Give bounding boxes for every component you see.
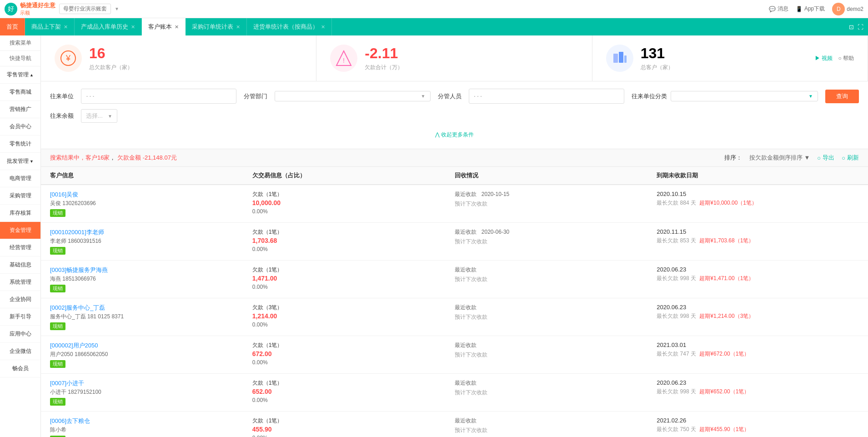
sidebar-item-wholesale-mgmt[interactable]: 批发管理 ▼ (0, 153, 40, 170)
debt-percent-0: 0.00% (252, 208, 455, 215)
help-btn[interactable]: ○ 帮助 (838, 55, 854, 62)
debt-percent-1: 0.00% (252, 246, 455, 252)
collapse-icon: ⋀ (435, 131, 441, 138)
debt-percent-4: 0.00% (252, 359, 455, 366)
sidebar-item-finance[interactable]: 资金管理 (0, 222, 40, 239)
refresh-btn[interactable]: ○ 刷新 (842, 154, 859, 162)
unit-category-input[interactable]: ▼ (671, 91, 818, 101)
user-menu[interactable]: D demo2 (832, 3, 863, 15)
sidebar-item-purchase[interactable]: 采购管理 (0, 187, 40, 205)
tab-home[interactable]: 首页 (0, 18, 25, 35)
sidebar-item-apps[interactable]: 应用中心 (0, 326, 40, 343)
query-button[interactable]: 查询 (825, 90, 859, 103)
customer-name-5[interactable]: [0007]小进干 (50, 379, 252, 387)
sidebar-item-system[interactable]: 系统管理 (0, 274, 40, 291)
export-btn[interactable]: ○ 导出 (817, 154, 834, 162)
next-collection-2: 预计下次收款 (455, 276, 657, 283)
due-info-3: 2020.06.23 最长欠款 998 天 超期¥1,214.00（3笔） (657, 304, 859, 320)
balance-select[interactable]: 选择... ▼ (81, 109, 117, 123)
col-header-customer: 客户信息 (50, 171, 252, 180)
sidebar-item-wechat[interactable]: 企业微信 (0, 343, 40, 360)
col-header-duedate: 到期未收款日期 (657, 171, 859, 180)
person-input[interactable]: ··· (469, 89, 624, 104)
collapse-filters-btn[interactable]: ⋀ 收起更多条件 (50, 128, 859, 141)
quick-nav[interactable]: 快捷导航 (0, 51, 40, 66)
sidebar-item-retail-stats[interactable]: 零售统计 (0, 136, 40, 153)
stats-row: ¥ 16 总欠款客户（家） ! (41, 35, 868, 81)
message-btn[interactable]: 💬 消息 (769, 5, 788, 13)
sidebar-item-ecommerce[interactable]: 电商管理 (0, 170, 40, 187)
collection-info-3: 最近收款 预计下次收款 (455, 304, 657, 321)
window-restore-icon[interactable]: ⊡ (849, 24, 854, 30)
sidebar-item-retail-store[interactable]: 零售商城 (0, 84, 40, 101)
from-unit-input[interactable]: ··· (81, 89, 236, 104)
tab-close-purchase[interactable]: ✕ (236, 24, 240, 30)
tab-close-stock[interactable]: ✕ (321, 24, 325, 30)
sidebar-link[interactable]: 示额 (20, 10, 55, 16)
sidebar-item-member[interactable]: 畅会员 (0, 360, 40, 377)
due-info-5: 2020.06.23 最长欠款 998 天 超期¥652.00（1笔） (657, 379, 859, 396)
tab-production[interactable]: 产成品入库单历史 ✕ (75, 18, 142, 35)
stat-card-total: 131 总客户（家） ▶ 视频 ○ 帮助 (592, 35, 868, 81)
sidebar-item-inventory[interactable]: 库存核算 (0, 205, 40, 222)
stat-card-customers: ¥ 16 总欠款客户（家） (41, 35, 316, 81)
tabs-bar: 首页 商品上下架 ✕ 产成品入库单历史 ✕ 客户账本 ✕ 采购订单统计表 ✕ 进… (0, 18, 868, 35)
table-row: [0007]小进干 小进干 18279152100 现销 欠款（1笔） 652.… (41, 374, 868, 412)
next-collection-6: 预计下次收款 (455, 427, 657, 434)
tab-window-actions: ⊡ ⛶ (844, 18, 868, 35)
tab-purchase[interactable]: 采购订单统计表 ✕ (186, 18, 247, 35)
debt-info-0: 欠款（1笔） 10,000.00 0.00% (252, 191, 455, 215)
sidebar-item-basic-info[interactable]: 基础信息 (0, 256, 40, 274)
page-content: ¥ 16 总欠款客户（家） ! (41, 35, 868, 437)
sidebar-item-retail-mgmt[interactable]: 零售管理 ▲ (0, 66, 40, 84)
svg-rect-6 (624, 55, 627, 63)
collection-info-2: 最近收款 预计下次收款 (455, 266, 657, 283)
tab-close-production[interactable]: ✕ (131, 24, 135, 30)
tab-close-products[interactable]: ✕ (64, 24, 68, 30)
debt-amount-4: 672.00 (252, 350, 455, 357)
svg-rect-5 (619, 52, 623, 63)
debt-amount-5: 652.00 (252, 388, 455, 395)
customer-name-4[interactable]: [000002]用户2050 (50, 342, 252, 350)
video-btn[interactable]: ▶ 视频 (815, 55, 833, 62)
collection-label-5: 最近收款 (455, 379, 657, 387)
stat-label-customers: 总欠款客户（家） (89, 64, 133, 71)
search-menu[interactable]: 搜索菜单 (0, 35, 40, 51)
dept-input[interactable]: ▼ (275, 91, 430, 101)
customer-name-2[interactable]: [0003]畅捷服务尹海燕 (50, 266, 252, 274)
stat-icon-total (606, 45, 633, 72)
debt-percent-3: 0.00% (252, 321, 455, 328)
customer-info-4: [000002]用户2050 用户2050 18665062050 现销 (50, 342, 252, 368)
tenant-selector[interactable]: 母婴行业演示账套 (59, 4, 111, 14)
collection-label-1: 最近收款 2020-06-30 (455, 228, 657, 236)
tenant-dropdown-icon[interactable]: ▼ (115, 6, 119, 11)
collection-label-0: 最近收款 2020-10-15 (455, 191, 657, 198)
sidebar-item-guide[interactable]: 新手引导 (0, 308, 40, 326)
sidebar-item-enterprise[interactable]: 企业协同 (0, 291, 40, 308)
customer-name-1[interactable]: [0001020001]李老师 (50, 228, 252, 236)
window-expand-icon[interactable]: ⛶ (858, 24, 863, 30)
collection-label-4: 最近收款 (455, 342, 657, 349)
debt-amount-6: 455.90 (252, 426, 455, 433)
table-row: [0002]服务中心_丁磊 服务中心_丁磊 181 0125 8371 现销 欠… (41, 298, 868, 336)
tab-close-customer[interactable]: ✕ (175, 24, 179, 30)
customer-name-6[interactable]: [0006]去下粮仓 (50, 417, 252, 425)
customer-name-3[interactable]: [0002]服务中心_丁磊 (50, 304, 252, 312)
sidebar-item-marketing[interactable]: 营销推广 (0, 101, 40, 118)
sidebar-item-membership[interactable]: 会员中心 (0, 118, 40, 136)
customer-info-3: [0002]服务中心_丁磊 服务中心_丁磊 181 0125 8371 现销 (50, 304, 252, 330)
tab-stock[interactable]: 进货单统计表（按商品） ✕ (247, 18, 332, 35)
customer-tag-5: 现销 (50, 398, 65, 406)
app-download-btn[interactable]: 📱 App下载 (796, 5, 825, 13)
overdue-days-6: 最长欠款 750 天 超期¥455.90（1笔） (657, 426, 859, 433)
stat-value-total: 131 (641, 45, 673, 62)
customer-name-0[interactable]: [0016]吴俊 (50, 191, 252, 199)
due-date-5: 2020.06.23 (657, 379, 859, 386)
customer-tag-4: 现销 (50, 360, 65, 368)
sort-selector[interactable]: 按欠款金额倒序排序 ▼ (749, 154, 810, 162)
next-collection-0: 预计下次收款 (455, 200, 657, 208)
debt-percent-2: 0.00% (252, 284, 455, 290)
sidebar-item-operations[interactable]: 经营管理 (0, 239, 40, 256)
tab-products[interactable]: 商品上下架 ✕ (25, 18, 75, 35)
tab-customer[interactable]: 客户账本 ✕ (142, 18, 186, 35)
